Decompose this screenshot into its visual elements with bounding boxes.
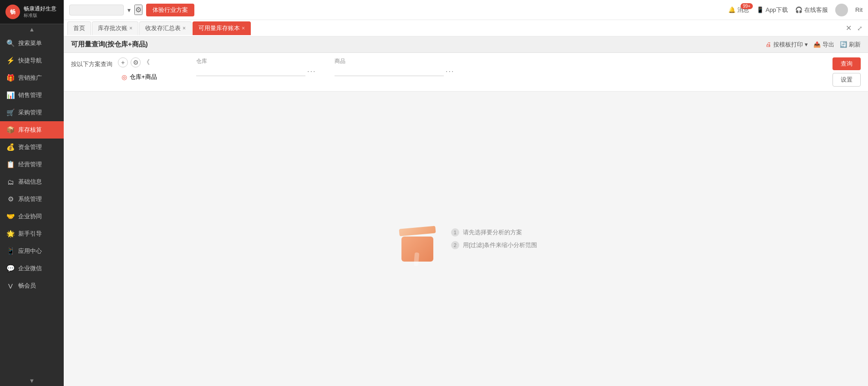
filter-settings-icon-btn[interactable]: ⚙: [131, 57, 141, 67]
page-header-actions: 🖨 按模板打印 ▾ 📤 导出 🔄 刷新: [766, 41, 861, 49]
sidebar-scroll: 🔍 搜索菜单 ⚡ 快捷导航 🎁 营销推广 📊 销售管理 🛒 采购管理 📦 库存核…: [0, 35, 64, 376]
sidebar-item-sales[interactable]: 📊 销售管理: [0, 87, 64, 104]
app-icon: 📱: [756, 6, 764, 13]
box-icon: 📦: [6, 126, 15, 134]
shortcut-icon: ⚡: [6, 57, 15, 65]
gear-icon: ⚙: [6, 195, 15, 203]
sidebar-item-search[interactable]: 🔍 搜索菜单: [0, 35, 64, 52]
sidebar-brand: 畅康通好生意 标准版: [24, 5, 56, 19]
box-shine: [414, 252, 420, 267]
filter-warehouse-field: 仓库 ···: [196, 57, 324, 76]
tab-summary[interactable]: 收发存汇总表 ×: [139, 21, 192, 35]
export-icon: 📤: [813, 41, 821, 48]
tabs-close-all-btn[interactable]: ✕: [844, 22, 853, 34]
refresh-icon: 🔄: [840, 41, 847, 48]
service-btn[interactable]: 🎧 在线客服: [795, 6, 828, 14]
avatar: [835, 4, 848, 16]
warehouse-input-row: ···: [196, 67, 324, 76]
settings-btn[interactable]: 设置: [832, 73, 861, 87]
sidebar-item-member[interactable]: V 畅会员: [0, 277, 64, 294]
money-icon: 💰: [6, 143, 15, 151]
empty-illustration: [395, 216, 440, 262]
phone-icon: 📱: [6, 247, 15, 255]
star-icon: 🌟: [6, 230, 15, 238]
sidebar-item-system[interactable]: ⚙ 系统管理: [0, 190, 64, 208]
filter-actions: 查询 设置: [832, 57, 861, 87]
scheme-icon: ◎: [122, 73, 127, 81]
page-content: 可用量查询(按仓库+商品) 🖨 按模板打印 ▾ 📤 导出 🔄 刷新 按以下: [64, 36, 868, 386]
handshake-icon: 🤝: [6, 212, 15, 221]
tab-batch[interactable]: 库存批次账 ×: [92, 21, 138, 35]
refresh-btn[interactable]: 🔄 刷新: [840, 41, 861, 49]
industry-btn[interactable]: 体验行业方案: [146, 4, 194, 16]
product-input-row: ···: [335, 67, 462, 76]
topbar-dropdown-btn[interactable]: ▾: [127, 6, 131, 14]
page-title: 可用量查询(按仓库+商品): [71, 40, 766, 49]
export-btn[interactable]: 📤 导出: [813, 41, 834, 49]
scroll-up-btn[interactable]: ▲: [0, 24, 64, 35]
sidebar-logo: 畅: [5, 5, 20, 19]
tab-home[interactable]: 首页: [67, 21, 91, 35]
print-icon: 🖨: [766, 41, 772, 48]
filter-scheme: + ⚙ 《 ◎ 仓库+商品: [118, 57, 191, 83]
tab-available-close[interactable]: ×: [242, 25, 245, 31]
product-input[interactable]: [335, 67, 444, 76]
filter-collapse-btn[interactable]: 《: [143, 58, 150, 67]
filter-product-field: 商品 ···: [335, 57, 462, 76]
cart-icon: 🛒: [6, 108, 15, 117]
filter-scheme-item[interactable]: ◎ 仓库+商品: [118, 71, 191, 83]
topbar-search-input[interactable]: [69, 5, 124, 15]
sidebar-item-basic[interactable]: 🗂 基础信息: [0, 173, 64, 190]
tip-num-2: 2: [451, 241, 459, 249]
sidebar-item-appstore[interactable]: 📱 应用中心: [0, 242, 64, 260]
product-label: 商品: [335, 57, 462, 65]
tab-batch-close[interactable]: ×: [129, 25, 132, 31]
topbar-right: 🔔 消息 99+ 📱 App下载 🎧 在线客服 Rit: [728, 4, 863, 16]
sidebar-item-operation[interactable]: 📋 经营管理: [0, 156, 64, 173]
sidebar-item-collab[interactable]: 🤝 企业协同: [0, 208, 64, 225]
topbar-gear-btn[interactable]: ⚙: [134, 5, 142, 15]
box-lid: [399, 226, 436, 237]
print-dropdown-icon[interactable]: ▾: [805, 41, 808, 48]
filter-add-btn[interactable]: +: [118, 57, 128, 67]
member-icon: V: [6, 282, 15, 290]
search-icon: 🔍: [6, 39, 15, 47]
tab-summary-close[interactable]: ×: [183, 25, 186, 31]
query-btn[interactable]: 查询: [832, 57, 861, 70]
bell-icon: 🔔: [728, 6, 736, 13]
warehouse-input[interactable]: [196, 67, 305, 76]
app-download-btn[interactable]: 📱 App下载: [756, 6, 788, 14]
tabs-bar: 首页 库存批次账 × 收发存汇总表 × 可用量库存账本 × ✕ ⤢: [64, 20, 868, 36]
scroll-down-btn[interactable]: ▼: [0, 376, 64, 386]
filter-panel: 按以下方案查询 + ⚙ 《 ◎ 仓库+商品 仓库 ···: [64, 53, 868, 92]
filter-fields: 仓库 ··· 商品 ···: [196, 57, 827, 76]
tip-num-1: 1: [451, 228, 459, 237]
gift-icon: 🎁: [6, 74, 15, 82]
sidebar-item-wechat[interactable]: 💬 企业微信: [0, 260, 64, 277]
topbar: ▾ ⚙ 体验行业方案 🔔 消息 99+ 📱 App下载 🎧 在线客服 Rit: [64, 0, 868, 20]
sidebar-item-inventory[interactable]: 📦 库存核算: [0, 121, 64, 139]
empty-state: 1 请先选择要分析的方案 2 用[过滤]条件来缩小分析范围: [64, 92, 868, 386]
sidebar: 畅 畅康通好生意 标准版 ▲ 🔍 搜索菜单 ⚡ 快捷导航 🎁 营销推广 📊 销售…: [0, 0, 64, 386]
print-btn[interactable]: 🖨 按模板打印 ▾: [766, 41, 808, 49]
sidebar-header: 畅 畅康通好生意 标准版: [0, 0, 64, 24]
clipboard-icon: 📋: [6, 160, 15, 169]
sidebar-item-guide[interactable]: 🌟 新手引导: [0, 225, 64, 242]
filter-scheme-header: + ⚙ 《: [118, 57, 191, 67]
empty-tips: 1 请先选择要分析的方案 2 用[过滤]条件来缩小分析范围: [451, 228, 537, 249]
headset-icon: 🎧: [795, 6, 802, 13]
username-label[interactable]: Rit: [855, 6, 863, 13]
sidebar-item-finance[interactable]: 💰 资金管理: [0, 139, 64, 156]
sidebar-item-shortcut[interactable]: ⚡ 快捷导航: [0, 52, 64, 69]
sidebar-item-purchase[interactable]: 🛒 采购管理: [0, 104, 64, 121]
empty-tip-1: 1 请先选择要分析的方案: [451, 228, 537, 237]
sidebar-item-marketing[interactable]: 🎁 营销推广: [0, 69, 64, 87]
filter-label: 按以下方案查询: [71, 57, 112, 68]
chat-icon: 💬: [6, 264, 15, 273]
message-btn[interactable]: 🔔 消息 99+: [728, 6, 749, 14]
warehouse-dots-btn[interactable]: ···: [307, 67, 316, 76]
product-dots-btn[interactable]: ···: [446, 67, 454, 76]
message-badge: 99+: [741, 3, 753, 9]
tab-available[interactable]: 可用量库存账本 ×: [193, 21, 251, 35]
tabs-expand-btn[interactable]: ⤢: [855, 23, 864, 34]
